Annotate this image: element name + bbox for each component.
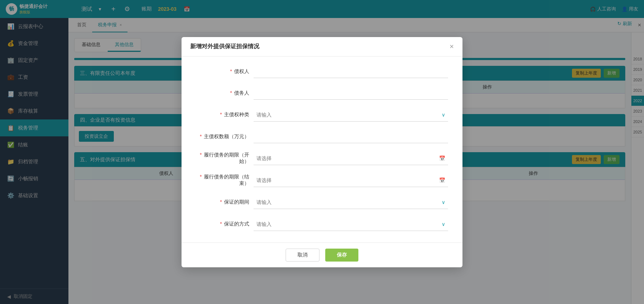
- form-row-claim-type: * 主债权种类 ∨: [196, 108, 448, 122]
- input-debtor[interactable]: [254, 87, 448, 100]
- form-row-period-end: * 履行债务的期限（结束） 📅: [196, 174, 448, 187]
- cancel-button[interactable]: 取消: [286, 249, 319, 262]
- chevron-down-icon: ∨: [442, 112, 448, 118]
- form-row-claim-amount: * 主债权数额（万元）: [196, 130, 448, 143]
- calendar-start-icon: 📅: [439, 155, 448, 161]
- label-claim-amount: * 主债权数额（万元）: [196, 133, 254, 140]
- label-creditor: * 债权人: [196, 68, 254, 75]
- save-button[interactable]: 保存: [325, 249, 358, 262]
- label-period-start: * 履行债务的期限（开始）: [196, 152, 254, 165]
- select-guarantee-period[interactable]: ∨: [254, 196, 448, 209]
- input-claim-type[interactable]: [254, 108, 442, 121]
- form-row-creditor: * 债权人: [196, 65, 448, 78]
- input-creditor[interactable]: [254, 65, 448, 78]
- date-period-end[interactable]: 📅: [254, 174, 448, 187]
- modal-header: 新增对外提供保证担保情况 ×: [182, 37, 462, 56]
- label-debtor: * 债务人: [196, 90, 254, 96]
- modal-footer: 取消 保存: [182, 242, 462, 267]
- chevron-down-icon3: ∨: [442, 221, 448, 227]
- select-guarantee-method[interactable]: ∨: [254, 218, 448, 231]
- modal-overlay: 新增对外提供保证担保情况 × * 债权人 * 债务人: [0, 0, 644, 304]
- input-guarantee-period[interactable]: [254, 196, 442, 209]
- modal-title: 新增对外提供保证担保情况: [190, 43, 259, 50]
- label-claim-type: * 主债权种类: [196, 112, 254, 118]
- date-period-start[interactable]: 📅: [254, 152, 448, 165]
- input-guarantee-method[interactable]: [254, 218, 442, 231]
- modal-dialog: 新增对外提供保证担保情况 × * 债权人 * 债务人: [182, 37, 462, 267]
- label-guarantee-period: * 保证的期间: [196, 199, 254, 205]
- form-row-period-start: * 履行债务的期限（开始） 📅: [196, 152, 448, 165]
- label-guarantee-method: * 保证的方式: [196, 221, 254, 227]
- label-period-end: * 履行债务的期限（结束）: [196, 174, 254, 187]
- calendar-end-icon: 📅: [439, 177, 448, 183]
- chevron-down-icon2: ∨: [442, 199, 448, 205]
- form-row-debtor: * 债务人: [196, 87, 448, 100]
- input-claim-amount[interactable]: [254, 130, 448, 143]
- input-period-end[interactable]: [254, 174, 439, 187]
- form-row-guarantee-method: * 保证的方式 ∨: [196, 218, 448, 231]
- modal-close-btn[interactable]: ×: [450, 43, 454, 50]
- input-period-start[interactable]: [254, 152, 439, 165]
- modal-body: * 债权人 * 债务人 * 主债权种类: [182, 56, 462, 242]
- form-row-guarantee-period: * 保证的期间 ∨: [196, 196, 448, 209]
- select-claim-type[interactable]: ∨: [254, 108, 448, 122]
